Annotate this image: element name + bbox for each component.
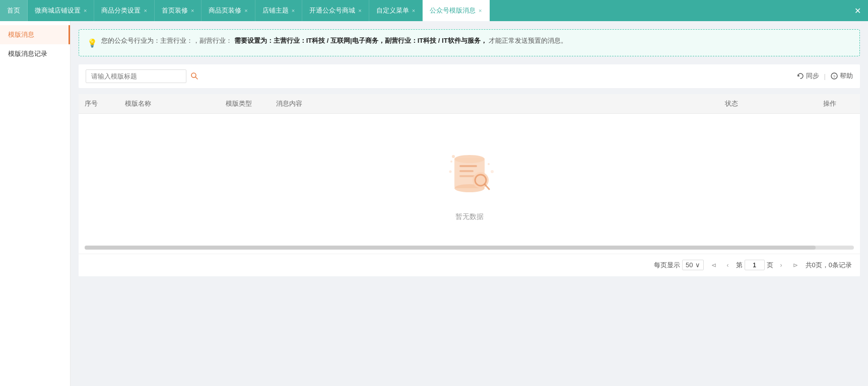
- notice-lightbulb-icon: 💡: [87, 37, 97, 50]
- per-page-label: 每页显示: [654, 261, 680, 270]
- notice-box: 💡 您的公众号行业为：主营行业：，副营行业： 需要设置为：主营行业：IT科技 /…: [79, 29, 860, 56]
- search-left: [86, 69, 198, 83]
- help-icon: ?: [831, 72, 838, 80]
- nav-tab-shop-settings-label: 微商城店铺设置: [35, 6, 81, 15]
- nav-tab-shop-theme-label: 店铺主题: [262, 6, 289, 15]
- th-type: 模版类型: [220, 99, 270, 108]
- svg-point-14: [450, 161, 452, 163]
- close-all-icon: ✕: [854, 6, 861, 16]
- nav-tab-category-settings[interactable]: 商品分类设置 ×: [94, 0, 154, 21]
- search-icon: [190, 72, 198, 80]
- total-text: 共0页，0条记录: [806, 261, 852, 270]
- per-page-dropdown[interactable]: 50 ∨: [682, 260, 703, 270]
- th-index: 序号: [79, 99, 119, 108]
- sync-label: 同步: [806, 71, 819, 81]
- th-status: 状态: [719, 99, 799, 108]
- page-first-button[interactable]: ⊲: [708, 259, 720, 271]
- nav-tab-template-msg-label: 公众号模版消息: [430, 6, 476, 15]
- notice-highlight: 需要设置为：主营行业：IT科技 / 互联网|电子商务，副营行业：IT科技 / I…: [234, 37, 487, 44]
- svg-line-1: [195, 77, 197, 79]
- svg-point-15: [488, 163, 490, 165]
- search-right: 同步 | ? 帮助: [797, 71, 853, 81]
- help-button[interactable]: ? 帮助: [831, 71, 853, 81]
- nav-tab-category-label: 商品分类设置: [101, 6, 141, 15]
- close-shop-theme-icon[interactable]: ×: [292, 8, 295, 14]
- scroll-track[interactable]: [79, 242, 860, 254]
- content-area: 💡 您的公众号行业为：主营行业：，副营行业： 需要设置为：主营行业：IT科技 /…: [71, 21, 868, 386]
- page-label: 第: [736, 261, 743, 270]
- empty-state: 暂无数据: [79, 114, 860, 242]
- notice-prefix: 您的公众号行业为：主营行业：，副营行业：: [101, 37, 232, 44]
- svg-point-17: [449, 170, 451, 173]
- sidebar-item-template-msg[interactable]: 模版消息: [0, 25, 70, 44]
- nav-tab-home-label: 首页: [7, 6, 20, 15]
- empty-illustration: [439, 144, 500, 204]
- th-name: 模版名称: [119, 99, 220, 108]
- close-home-decor-icon[interactable]: ×: [191, 8, 194, 14]
- top-nav: 首页 微商城店铺设置 × 商品分类设置 × 首页装修 × 商品页装修 × 店铺主…: [0, 0, 868, 21]
- svg-rect-7: [459, 165, 477, 167]
- search-input[interactable]: [86, 69, 186, 83]
- nav-tab-product-decor[interactable]: 商品页装修 ×: [202, 0, 255, 21]
- nav-tab-home[interactable]: 首页: [0, 0, 28, 21]
- page-unit: 页: [767, 261, 773, 270]
- nav-tab-shop-settings[interactable]: 微商城店铺设置 ×: [28, 0, 94, 21]
- search-bar: 同步 | ? 帮助: [79, 64, 860, 88]
- help-label: 帮助: [840, 71, 853, 81]
- per-page-value: 50: [686, 261, 693, 269]
- notice-text: 您的公众号行业为：主营行业：，副营行业： 需要设置为：主营行业：IT科技 / 互…: [101, 36, 567, 46]
- page-nav: ⊲ ‹ 第 页 › ⊳: [708, 259, 802, 271]
- close-category-icon[interactable]: ×: [144, 8, 147, 14]
- svg-rect-8: [459, 170, 474, 172]
- nav-tab-open-wechat-label: 开通公众号商城: [309, 6, 355, 15]
- svg-text:?: ?: [833, 74, 836, 79]
- nav-tab-custom-menu-label: 自定义菜单: [376, 6, 409, 15]
- table-header: 序号 模版名称 模版类型 消息内容 状态 操作: [79, 94, 860, 114]
- page-next-button[interactable]: ›: [775, 259, 787, 271]
- sidebar-item-template-msg-record[interactable]: 模版消息记录: [0, 44, 70, 63]
- svg-rect-9: [459, 175, 476, 177]
- close-all-button[interactable]: ✕: [847, 0, 868, 21]
- divider: |: [824, 72, 826, 80]
- nav-tab-custom-menu[interactable]: 自定义菜单 ×: [369, 0, 423, 21]
- page-last-button[interactable]: ⊳: [789, 259, 802, 271]
- nav-tab-shop-theme[interactable]: 店铺主题 ×: [255, 0, 302, 21]
- close-custom-menu-icon[interactable]: ×: [412, 8, 415, 14]
- sidebar-item-template-msg-label: 模版消息: [8, 31, 34, 38]
- th-content: 消息内容: [270, 99, 719, 108]
- empty-svg: [439, 144, 500, 204]
- table-container: 序号 模版名称 模版类型 消息内容 状态 操作: [79, 94, 860, 276]
- close-open-wechat-icon[interactable]: ×: [358, 8, 361, 14]
- nav-tab-template-msg[interactable]: 公众号模版消息 ×: [423, 0, 489, 21]
- pagination: 每页显示 50 ∨ ⊲ ‹ 第 页 › ⊳ 共0页，0条记录: [79, 254, 860, 276]
- svg-point-13: [452, 155, 455, 158]
- scroll-bar-thumb[interactable]: [85, 246, 816, 250]
- page-prev-button[interactable]: ‹: [722, 259, 734, 271]
- scroll-bar-track[interactable]: [85, 246, 854, 250]
- sidebar-item-template-msg-record-label: 模版消息记录: [8, 50, 47, 57]
- sync-button[interactable]: 同步: [797, 71, 819, 81]
- per-page-select: 每页显示 50 ∨: [654, 260, 703, 270]
- per-page-chevron-icon: ∨: [695, 261, 700, 269]
- close-template-msg-icon[interactable]: ×: [479, 8, 482, 14]
- main-layout: 模版消息 模版消息记录 💡 您的公众号行业为：主营行业：，副营行业： 需要设置为…: [0, 21, 868, 386]
- sync-icon: [797, 72, 804, 80]
- empty-text: 暂无数据: [455, 212, 484, 221]
- nav-tab-open-wechat[interactable]: 开通公众号商城 ×: [302, 0, 369, 21]
- close-shop-settings-icon[interactable]: ×: [84, 8, 87, 14]
- svg-point-16: [491, 170, 494, 173]
- notice-suffix: 才能正常发送预置的消息。: [489, 37, 567, 44]
- th-action: 操作: [799, 99, 860, 108]
- close-product-decor-icon[interactable]: ×: [244, 8, 247, 14]
- nav-tab-product-decor-label: 商品页装修: [209, 6, 241, 15]
- nav-tab-home-decor-label: 首页装修: [162, 6, 188, 15]
- page-input[interactable]: [745, 260, 765, 270]
- search-button[interactable]: [190, 72, 198, 80]
- nav-tab-home-decor[interactable]: 首页装修 ×: [155, 0, 202, 21]
- sidebar: 模版消息 模版消息记录: [0, 21, 71, 386]
